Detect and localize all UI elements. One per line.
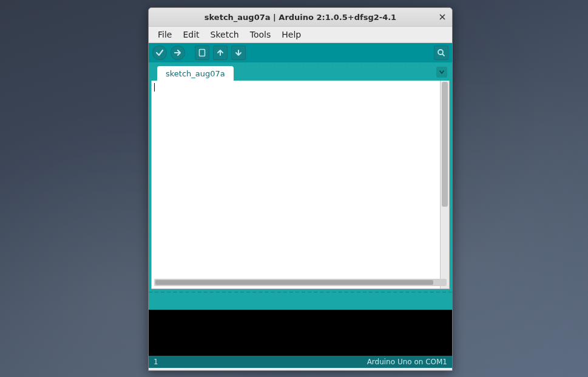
menu-file[interactable]: File (152, 28, 177, 41)
code-editor[interactable] (152, 81, 440, 289)
vertical-scrollbar[interactable] (440, 81, 449, 289)
menu-sketch[interactable]: Sketch (205, 28, 245, 41)
status-footer: 1 Arduino Uno on COM1 (149, 356, 452, 368)
tab-strip: sketch_aug07a (149, 62, 452, 81)
text-cursor (154, 83, 155, 92)
save-sketch-button[interactable] (231, 45, 246, 60)
output-console[interactable] (149, 310, 452, 356)
toolbar (149, 43, 452, 62)
window-close-button[interactable] (436, 11, 448, 23)
close-icon (439, 14, 445, 20)
menu-tools[interactable]: Tools (245, 28, 277, 41)
chevron-down-icon (439, 69, 445, 75)
menu-edit[interactable]: Edit (177, 28, 204, 41)
file-icon (197, 48, 207, 58)
editor-container (149, 81, 452, 292)
board-port-label: Arduino Uno on COM1 (367, 358, 447, 366)
arrow-right-icon (173, 48, 183, 58)
horizontal-scroll-thumb[interactable] (155, 280, 433, 285)
arduino-window: sketch_aug07a | Arduino 2:1.0.5+dfsg2-4.… (148, 7, 453, 371)
open-sketch-button[interactable] (213, 45, 228, 60)
verify-button[interactable] (152, 45, 167, 60)
horizontal-scrollbar[interactable] (154, 279, 447, 286)
magnifier-icon (436, 48, 446, 58)
window-title: sketch_aug07a | Arduino 2:1.0.5+dfsg2-4.… (204, 13, 396, 22)
arrow-up-icon (215, 48, 225, 58)
tab-label: sketch_aug07a (166, 69, 225, 78)
editor-frame (151, 81, 450, 289)
tab-menu-button[interactable] (436, 67, 447, 78)
tab-strip-texture (149, 64, 452, 66)
arrow-down-icon (234, 48, 243, 58)
upload-button[interactable] (171, 45, 185, 60)
svg-rect-0 (200, 50, 205, 56)
vertical-scroll-thumb[interactable] (442, 82, 448, 207)
serial-monitor-button[interactable] (434, 45, 448, 60)
menu-help[interactable]: Help (276, 28, 306, 41)
new-sketch-button[interactable] (195, 45, 209, 60)
window-titlebar[interactable]: sketch_aug07a | Arduino 2:1.0.5+dfsg2-4.… (149, 8, 452, 27)
status-message-bar (149, 292, 452, 310)
desktop-background: sketch_aug07a | Arduino 2:1.0.5+dfsg2-4.… (0, 0, 588, 377)
check-icon (155, 48, 164, 58)
tab-active[interactable]: sketch_aug07a (157, 66, 234, 81)
menu-bar: File Edit Sketch Tools Help (149, 27, 452, 43)
line-number: 1 (154, 358, 158, 366)
